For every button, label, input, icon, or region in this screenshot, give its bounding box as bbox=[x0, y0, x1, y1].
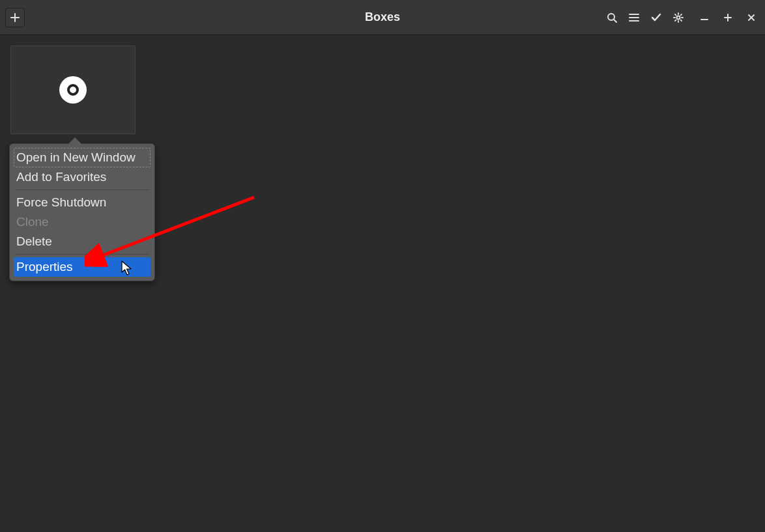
window-title: Boxes bbox=[365, 10, 400, 24]
menu-separator bbox=[15, 189, 149, 190]
titlebar-left bbox=[5, 8, 25, 27]
disc-icon bbox=[59, 76, 87, 104]
window-controls bbox=[696, 9, 760, 26]
minimize-icon bbox=[700, 14, 708, 21]
vm-thumbnail[interactable] bbox=[10, 46, 136, 134]
plus-icon bbox=[10, 13, 20, 22]
select-button[interactable] bbox=[646, 8, 666, 27]
search-icon bbox=[607, 12, 617, 23]
gear-icon bbox=[673, 12, 684, 23]
menu-item-open-in-new-window[interactable]: Open in New Window bbox=[14, 148, 151, 167]
list-icon bbox=[629, 13, 639, 22]
maximize-icon bbox=[724, 14, 732, 21]
titlebar: Boxes bbox=[0, 0, 765, 35]
list-view-button[interactable] bbox=[624, 8, 644, 27]
menu-item-add-to-favorites[interactable]: Add to Favorites bbox=[14, 167, 151, 187]
close-icon bbox=[747, 14, 755, 21]
svg-point-1 bbox=[677, 16, 680, 19]
close-button[interactable] bbox=[743, 9, 760, 26]
menu-separator bbox=[15, 254, 149, 255]
settings-button[interactable] bbox=[669, 8, 688, 27]
new-button[interactable] bbox=[5, 8, 25, 27]
titlebar-right bbox=[602, 8, 760, 27]
menu-item-properties[interactable]: Properties bbox=[14, 257, 151, 277]
context-menu: Open in New WindowAdd to FavoritesForce … bbox=[9, 143, 155, 281]
menu-item-force-shutdown[interactable]: Force Shutdown bbox=[14, 193, 151, 212]
menu-item-clone: Clone bbox=[14, 212, 151, 232]
check-icon bbox=[651, 13, 661, 22]
maximize-button[interactable] bbox=[719, 9, 736, 26]
search-button[interactable] bbox=[602, 8, 622, 27]
minimize-button[interactable] bbox=[696, 9, 713, 26]
content-area bbox=[0, 35, 765, 145]
menu-item-delete[interactable]: Delete bbox=[14, 232, 151, 251]
